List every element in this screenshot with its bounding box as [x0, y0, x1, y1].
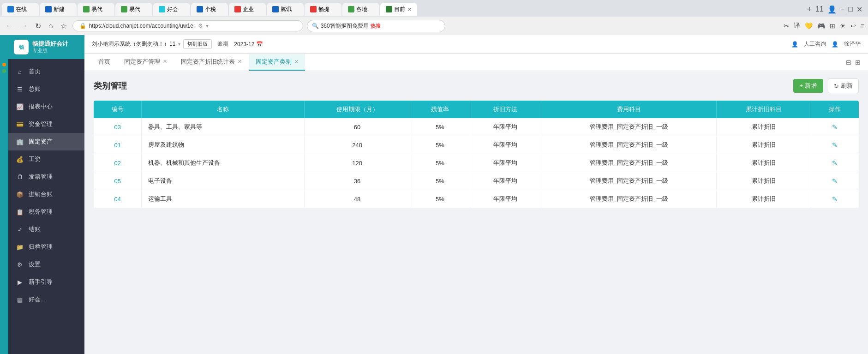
edit-icon[interactable]: ✎ — [832, 159, 838, 167]
browser-tab-icon — [197, 6, 203, 12]
nav-label-fund: 资金管理 — [29, 120, 53, 128]
nav-label-ledger: 总账 — [29, 85, 41, 93]
content-tab-asset_category[interactable]: 固定资产类别✕ — [249, 54, 305, 71]
sun-icon[interactable]: ☀ — [840, 22, 846, 30]
cell-edit[interactable]: ✎ — [811, 136, 859, 154]
reload-button[interactable]: ↻ — [33, 21, 43, 31]
cell-edit[interactable]: ✎ — [811, 154, 859, 172]
sidebar-item-stock[interactable]: 📦进销台账 — [8, 186, 84, 203]
sidebar-item-guide[interactable]: ▶新手引导 — [8, 273, 84, 291]
game-icon[interactable]: 🎮 — [817, 22, 825, 30]
browser-tab-tab10[interactable]: 各地 — [342, 3, 379, 16]
refresh-button[interactable]: ↻ 刷新 — [828, 78, 859, 93]
back-button[interactable]: ← — [4, 21, 15, 31]
bookmark-button[interactable]: ☆ — [59, 21, 69, 31]
cell-expense: 管理费用_固定资产折旧_一级 — [541, 118, 717, 136]
logo-icon-text: 畅 — [19, 44, 24, 51]
user-name[interactable]: 刘小艳演示系统（勿删勿动！）11 — [92, 40, 175, 48]
scissors-icon[interactable]: ✂ — [784, 22, 789, 30]
sidebar-item-more[interactable]: ▤好会... — [8, 291, 84, 308]
browser-tab-close-icon[interactable]: ✕ — [407, 6, 412, 12]
close-window-icon[interactable]: ✕ — [856, 5, 862, 14]
browser-tab-tab5[interactable]: 好会 — [153, 3, 190, 16]
sidebar-item-home[interactable]: ⌂首页 — [8, 63, 84, 80]
nav-icon-fixed_asset: 🏢 — [16, 138, 24, 146]
browser-tab-tab2[interactable]: 新建 — [40, 3, 77, 16]
sidebar-item-tax[interactable]: 📋税务管理 — [8, 203, 84, 221]
cell-edit[interactable]: ✎ — [811, 118, 859, 136]
calendar-icon[interactable]: 📅 — [256, 41, 263, 48]
grid-icon[interactable]: ⊞ — [830, 22, 835, 30]
nav-icon-payroll: 💰 — [16, 155, 24, 163]
cell-edit[interactable]: ✎ — [811, 172, 859, 190]
sidebar-title: 畅捷通好会计 — [32, 40, 68, 48]
sidebar-nav: ⌂首页☰总账📈报表中心💳资金管理🏢固定资产💰工资🗒发票管理📦进销台账📋税务管理✓… — [8, 59, 84, 354]
table-row: 05电子设备365%年限平均管理费用_固定资产折旧_一级累计折旧✎ — [94, 172, 859, 190]
refresh-label: 刷新 — [841, 82, 853, 90]
browser-tab-bar: 在线新建易代易代好会个税企业腾讯畅提各地目前✕ + 11 👤 − □ ✕ — [0, 0, 868, 17]
content-tab-close-fixed_asset_mgmt[interactable]: ✕ — [163, 59, 167, 65]
content-tab-home[interactable]: 首页 — [92, 54, 117, 71]
table-header-cell: 操作 — [811, 101, 859, 118]
menu-icon[interactable]: ≡ — [861, 22, 864, 30]
new-tab-button[interactable]: + — [804, 5, 815, 14]
nav-icon-tax: 📋 — [16, 208, 24, 216]
hot-tag: 热搜 — [371, 23, 381, 30]
content-tab-depreciation_table[interactable]: 固定资产折旧统计表✕ — [174, 54, 248, 71]
wallet-icon[interactable]: 💛 — [805, 22, 813, 30]
add-button[interactable]: + 新增 — [793, 79, 823, 93]
profile-icon[interactable]: 👤 — [827, 5, 837, 14]
user-display-name[interactable]: 徐泽华 — [844, 40, 861, 48]
maximize-icon[interactable]: □ — [848, 5, 853, 13]
translate-icon[interactable]: 译 — [794, 22, 800, 30]
browser-tab-icon — [121, 6, 127, 12]
browser-tab-tab1[interactable]: 在线 — [2, 3, 39, 16]
sidebar-item-archive[interactable]: 📁归档管理 — [8, 238, 84, 256]
nav-icon-more: ▤ — [16, 295, 24, 304]
sidebar-item-fund[interactable]: 💳资金管理 — [8, 115, 84, 133]
user-dropdown-arrow[interactable]: ▾ — [178, 42, 180, 47]
content-tab-fixed_asset_mgmt[interactable]: 固定资产管理✕ — [118, 54, 174, 71]
cell-code[interactable]: 04 — [94, 190, 142, 208]
sidebar-item-invoice[interactable]: 🗒发票管理 — [8, 168, 84, 186]
browser-tab-icon — [7, 6, 14, 12]
fullscreen-icon[interactable]: ⊞ — [855, 59, 861, 66]
sidebar-item-payroll[interactable]: 💰工资 — [8, 150, 84, 168]
browser-tab-tab3[interactable]: 易代 — [78, 3, 114, 16]
browser-tab-tab9[interactable]: 畅提 — [305, 3, 341, 16]
cell-edit[interactable]: ✎ — [811, 190, 859, 208]
content-tab-close-asset_category[interactable]: ✕ — [294, 59, 299, 65]
collapse-icon[interactable]: ⊟ — [846, 59, 851, 66]
cell-code[interactable]: 05 — [94, 172, 142, 190]
lock-icon: 🔒 — [79, 23, 86, 29]
sidebar-item-checkout[interactable]: ✓结账 — [8, 221, 84, 238]
cell-code[interactable]: 02 — [94, 154, 142, 172]
address-input[interactable]: 🔒 https://cloud.chanjet.com/accounting/u… — [72, 20, 303, 31]
search-area[interactable]: 🔍 360智能抠图免费用 热搜 — [307, 20, 445, 32]
sidebar-item-report[interactable]: 📈报表中心 — [8, 98, 84, 115]
browser-tab-tab7[interactable]: 企业 — [229, 3, 266, 16]
cell-code[interactable]: 03 — [94, 118, 142, 136]
sidebar-item-settings[interactable]: ⚙设置 — [8, 256, 84, 273]
sidebar-item-fixed_asset[interactable]: 🏢固定资产 — [8, 133, 84, 150]
service-label[interactable]: 人工咨询 — [804, 40, 826, 48]
sidebar-title-area: 畅捷通好会计 专业版 — [32, 40, 68, 54]
edit-icon[interactable]: ✎ — [832, 123, 838, 131]
service-icon: 👤 — [791, 41, 798, 48]
undo-icon[interactable]: ↩ — [850, 22, 856, 30]
edit-icon[interactable]: ✎ — [832, 177, 838, 185]
edit-icon[interactable]: ✎ — [832, 195, 838, 203]
content-tab-close-depreciation_table[interactable]: ✕ — [238, 59, 242, 65]
minimize-icon[interactable]: − — [840, 5, 844, 13]
home-button[interactable]: ⌂ — [47, 21, 55, 31]
browser-tab-tab11[interactable]: 目前✕ — [380, 3, 417, 16]
browser-tab-tab6[interactable]: 个税 — [191, 3, 228, 16]
cell-code[interactable]: 01 — [94, 136, 142, 154]
edit-icon[interactable]: ✎ — [832, 141, 838, 149]
browser-tab-tab8[interactable]: 腾讯 — [267, 3, 304, 16]
sidebar-item-ledger[interactable]: ☰总账 — [8, 80, 84, 98]
address-text: https://cloud.chanjet.com/accounting/uw1… — [89, 23, 193, 29]
switch-version-button[interactable]: 切到旧版 — [183, 39, 212, 49]
forward-button[interactable]: → — [18, 21, 30, 31]
browser-tab-tab4[interactable]: 易代 — [115, 3, 152, 16]
